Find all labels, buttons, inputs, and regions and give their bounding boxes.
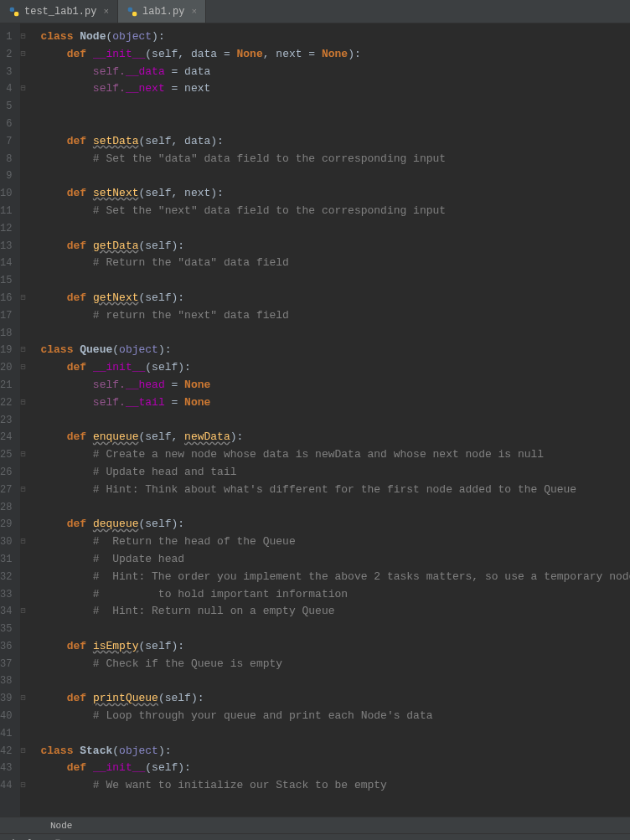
close-icon[interactable]: ×	[103, 7, 109, 17]
tab-label: test_lab1.py	[24, 6, 96, 18]
tab-lab1[interactable]: lab1.py ×	[118, 0, 206, 23]
code-editor[interactable]: 1234567891011121314151617181920212223242…	[0, 23, 630, 817]
python-icon	[127, 6, 138, 18]
tab-test-lab1[interactable]: test_lab1.py ×	[0, 0, 118, 23]
svg-rect-0	[10, 7, 14, 11]
close-icon[interactable]: ×	[191, 7, 197, 17]
svg-rect-1	[14, 12, 18, 16]
python-icon	[8, 6, 20, 18]
breadcrumb-bar[interactable]: Node	[0, 817, 630, 833]
line-gutter: 1234567891011121314151617181920212223242…	[0, 23, 20, 817]
tab-label: lab1.py	[142, 6, 184, 18]
editor-tabs: test_lab1.py × lab1.py ×	[0, 0, 630, 23]
status-bar: ninal ≣ ⑥ TODO	[0, 833, 630, 840]
breadcrumb-item[interactable]: Node	[50, 821, 72, 831]
svg-rect-3	[132, 12, 137, 16]
svg-rect-2	[128, 7, 132, 11]
code-area[interactable]: class Node(object): def __init__(self, d…	[25, 23, 630, 817]
